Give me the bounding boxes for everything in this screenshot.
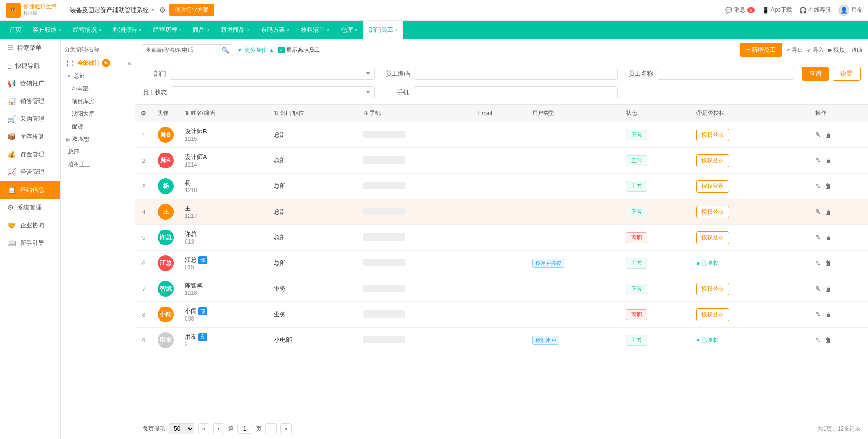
delete-button[interactable]: 🗑: [825, 182, 831, 190]
delete-button[interactable]: 🗑: [825, 131, 831, 139]
auth-login-button[interactable]: 授权登录: [696, 231, 729, 244]
edit-button[interactable]: ✎: [815, 311, 821, 318]
dept-filter-select[interactable]: [170, 68, 375, 80]
nav-item-barcode[interactable]: 条码方案 ×: [255, 21, 295, 39]
auth-login-button[interactable]: 授权登录: [696, 308, 729, 321]
sidebar-item-inventory[interactable]: 📦 库存核算: [0, 128, 60, 146]
nav-item-history[interactable]: 经营历程 ×: [147, 21, 187, 39]
close-icon[interactable]: ×: [99, 28, 102, 33]
close-icon[interactable]: ×: [395, 28, 398, 33]
set-button[interactable]: 设置: [833, 67, 861, 81]
sidebar-item-purchase[interactable]: 🛒 采购管理: [0, 110, 60, 128]
close-icon[interactable]: ×: [247, 28, 250, 33]
dept-group-shuangluxiang-header[interactable]: ▶ 双鹿想: [61, 133, 135, 146]
close-icon[interactable]: ×: [207, 28, 209, 33]
dept-item-project[interactable]: 项目库房: [61, 95, 135, 108]
edit-button[interactable]: ✎: [815, 285, 821, 293]
auth-login-button[interactable]: 授权登录: [696, 129, 729, 141]
edit-button[interactable]: ✎: [815, 259, 821, 267]
user-menu[interactable]: 👤 用友: [838, 5, 862, 16]
page-number-input[interactable]: [237, 424, 252, 434]
add-employee-button[interactable]: + 新增员工: [740, 43, 782, 57]
query-button[interactable]: 查询: [802, 67, 829, 81]
edit-button[interactable]: ✎: [815, 208, 821, 216]
nav-item-customer[interactable]: 客户联络 ×: [27, 21, 67, 39]
close-icon[interactable]: ×: [59, 28, 62, 33]
dept-item-peihuo[interactable]: 配货: [61, 120, 135, 133]
delete-button[interactable]: 🗑: [825, 336, 831, 344]
edit-button[interactable]: ✎: [815, 157, 821, 164]
nav-item-bom[interactable]: 物料清单 ×: [295, 21, 335, 39]
help-button[interactable]: | 帮助: [848, 46, 862, 54]
import-button[interactable]: ↙ 导入: [807, 46, 824, 54]
auth-login-button[interactable]: 授权登录: [696, 154, 729, 167]
edit-button[interactable]: ✎: [815, 234, 821, 241]
code-filter-input[interactable]: [414, 68, 618, 80]
gear-button[interactable]: ⚙: [159, 6, 166, 14]
auth-login-button[interactable]: 授权登录: [696, 206, 729, 218]
video-button[interactable]: ▶ 视频: [828, 46, 845, 54]
app-download-button[interactable]: 📱 App下载: [762, 6, 792, 14]
col-name-code[interactable]: ⇅ 姓名/编码: [179, 105, 268, 122]
search-input[interactable]: [145, 47, 220, 53]
sidebar-item-basic[interactable]: 📋 基础信息: [0, 181, 60, 199]
dept-group-zongbu2-header[interactable]: 总部: [61, 146, 135, 158]
more-filter-button[interactable]: ▼ 更多条件 ▲: [237, 46, 274, 54]
dept-search-input[interactable]: [64, 46, 134, 53]
show-resigned-toggle[interactable]: ✓ 显示离职员工: [278, 46, 320, 54]
nav-item-home[interactable]: 首页: [4, 21, 27, 39]
sidebar-item-system[interactable]: ⚙ 系统管理: [0, 199, 60, 216]
close-icon[interactable]: ×: [179, 28, 182, 33]
col-dept-pos[interactable]: ⇅ 部门/职位: [268, 105, 357, 122]
sidebar-item-collab[interactable]: 🤝 企业协同: [0, 216, 60, 234]
edit-button[interactable]: ✎: [815, 131, 821, 139]
sidebar-item-sales[interactable]: 📊 销售管理: [0, 92, 60, 110]
delete-button[interactable]: 🗑: [825, 234, 831, 241]
nav-item-profit[interactable]: 利润报告 ×: [107, 21, 147, 39]
sidebar-item-search[interactable]: ☰ 搜索菜单: [0, 39, 60, 57]
sidebar-item-finance[interactable]: 💰 资金管理: [0, 146, 60, 163]
all-dept-label[interactable]: 全部部门: [77, 59, 100, 67]
edit-button[interactable]: ✎: [815, 182, 821, 190]
sidebar-item-quicknav[interactable]: ⌂ 快捷导航: [0, 57, 60, 75]
delete-button[interactable]: 🗑: [825, 157, 831, 164]
nav-item-add-goods[interactable]: 新增商品 ×: [215, 21, 255, 39]
dept-item-shenyang[interactable]: 沈阳大库: [61, 108, 135, 120]
auth-login-button[interactable]: 授权登录: [696, 180, 729, 193]
dept-group-zonbu-header[interactable]: ▼ 总部: [61, 70, 135, 83]
nav-item-operation[interactable]: 经营情况 ×: [67, 21, 107, 39]
close-icon[interactable]: ×: [287, 28, 290, 33]
edit-button[interactable]: ✎: [815, 336, 821, 344]
delete-button[interactable]: 🗑: [825, 285, 831, 293]
nav-item-dept-staff[interactable]: 部门员工 ×: [363, 21, 403, 39]
dept-group-zhishu-header[interactable]: 植树王三: [61, 158, 135, 171]
prev-page-button[interactable]: ‹: [213, 423, 224, 434]
sidebar-item-business[interactable]: 📈 经营管理: [0, 163, 60, 181]
delete-button[interactable]: 🗑: [825, 259, 831, 267]
delete-button[interactable]: 🗑: [825, 208, 831, 216]
col-gear-icon[interactable]: ⚙: [141, 110, 146, 117]
nav-item-warehouse[interactable]: 仓库 ×: [335, 21, 363, 39]
name-filter-input[interactable]: [657, 68, 794, 80]
delete-button[interactable]: 🗑: [825, 311, 831, 318]
nav-item-goods[interactable]: 商品 ×: [187, 21, 215, 39]
trial-button[interactable]: 体验行业方案: [169, 4, 214, 16]
close-icon[interactable]: ×: [355, 28, 358, 33]
dept-edit-button[interactable]: ✎: [102, 59, 110, 67]
auth-login-button[interactable]: 授权登录: [696, 283, 729, 295]
first-page-button[interactable]: «: [198, 423, 209, 434]
search-icon[interactable]: 🔍: [222, 47, 229, 54]
msg-button[interactable]: 💬 消息 5: [725, 6, 755, 14]
close-icon[interactable]: ×: [327, 28, 330, 33]
status-filter-select[interactable]: [171, 86, 375, 98]
sidebar-item-marketing[interactable]: 📢 营销推广: [0, 75, 60, 92]
close-icon[interactable]: ×: [139, 28, 142, 33]
service-button[interactable]: 🎧 在线客服: [799, 6, 831, 14]
phone-filter-input[interactable]: [413, 86, 618, 98]
dept-collapse-button[interactable]: «: [127, 59, 131, 67]
export-button[interactable]: ↗ 导出: [786, 46, 803, 54]
dept-item-xiaodianbu[interactable]: 小电部: [61, 83, 135, 95]
sidebar-item-guide[interactable]: 📖 新手引导: [0, 234, 60, 252]
page-size-select[interactable]: 50 100 200: [169, 423, 194, 434]
last-page-button[interactable]: »: [280, 423, 292, 434]
